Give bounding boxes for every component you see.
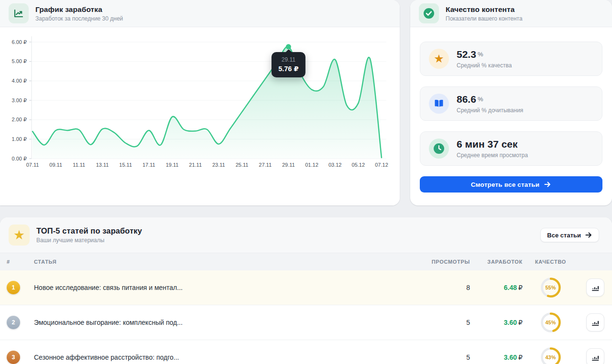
svg-text:3.00 ₽: 3.00 ₽ [12,97,27,103]
views-value: 5 [408,319,470,326]
col-article: СТАТЬЯ [27,259,408,265]
tooltip-value: 5.76 ₽ [278,65,298,73]
content-quality-card: Качество контента Показатели вашего конт… [410,0,612,205]
svg-text:29.11: 29.11 [282,162,295,168]
svg-text:13.11: 13.11 [96,162,109,168]
quality-title: Качество контента [446,5,523,14]
quality-subtitle: Показатели вашего контента [446,15,523,22]
trending-chart-icon [9,3,29,23]
svg-text:09.11: 09.11 [49,162,62,168]
stat-avg-quality: ★ 52.3% Средний % качества [420,42,602,76]
earnings-value: 3.60₽ [470,353,523,361]
top-articles-header: ★ ТОП-5 статей по заработку Ваши лучшие … [0,217,612,253]
rank-badge: 2 [7,316,20,329]
top-articles-subtitle: Ваши лучшие материалы [36,237,142,244]
article-stats-button[interactable] [586,313,604,332]
avg-view-time-value: 6 мин 37 сек [457,139,518,150]
avg-read-label: Средний % дочитывания [457,107,523,114]
earnings-area-chart: 0.00 ₽1.00 ₽2.00 ₽3.00 ₽4.00 ₽5.00 ₽6.00… [0,27,400,205]
table-row[interactable]: 2 Эмоциональное выгорание: комплексный п… [0,305,612,340]
svg-text:01.12: 01.12 [305,162,318,168]
article-title: Сезонное аффективное расстройство: подго… [27,353,408,361]
avg-view-time-label: Среднее время просмотра [457,152,528,159]
col-quality: КАЧЕСТВО [523,259,579,265]
quality-percent: 55% [540,277,562,299]
rank-badge: 1 [7,281,20,294]
clock-icon [429,139,449,159]
quality-percent: 43% [540,346,562,364]
svg-text:1.00 ₽: 1.00 ₽ [12,136,27,142]
earnings-value: 3.60₽ [470,319,523,326]
avg-quality-suffix: % [478,51,483,58]
svg-text:15.11: 15.11 [119,162,132,168]
star-icon: ★ [429,49,449,69]
stat-avg-view-time: 6 мин 37 сек Среднее время просмотра [420,131,602,166]
col-earnings: ЗАРАБОТОК [470,259,523,265]
svg-text:4.00 ₽: 4.00 ₽ [12,78,27,84]
svg-text:2.00 ₽: 2.00 ₽ [12,117,27,122]
svg-text:17.11: 17.11 [142,162,155,168]
arrow-right-icon [544,181,551,188]
quality-card-body: ★ 52.3% Средний % качества [410,27,612,202]
quality-ring: 45% [540,311,562,333]
top-articles-title: ТОП-5 статей по заработку [36,226,142,236]
svg-text:19.11: 19.11 [166,162,179,168]
table-header-row: # СТАТЬЯ ПРОСМОТРЫ ЗАРАБОТОК КАЧЕСТВО [0,253,612,270]
col-rank: # [0,259,27,265]
svg-text:6.00 ₽: 6.00 ₽ [12,39,27,45]
avg-quality-label: Средний % качества [457,62,512,69]
book-icon [429,94,449,114]
quality-ring: 55% [540,277,562,299]
table-row[interactable]: 3 Сезонное аффективное расстройство: под… [0,340,612,364]
svg-text:23.11: 23.11 [212,162,225,168]
article-stats-button[interactable] [586,278,604,297]
views-value: 5 [408,353,470,361]
article-title: Эмоциональное выгорание: комплексный под… [27,319,408,326]
check-circle-icon [419,3,439,23]
quality-ring: 43% [540,346,562,364]
svg-text:05.12: 05.12 [352,162,365,168]
arrow-right-icon [585,231,592,239]
table-body: 1 Новое исследование: связь питания и ме… [0,270,612,364]
table-row[interactable]: 1 Новое исследование: связь питания и ме… [0,270,612,305]
earnings-chart-card: График заработка Заработок за последние … [0,0,400,205]
gold-star-icon: ★ [9,225,30,246]
article-stats-button[interactable] [586,348,604,364]
svg-text:11.11: 11.11 [73,162,85,168]
stat-avg-read: 86.6% Средний % дочитывания [420,86,602,121]
view-all-articles-button[interactable]: Смотреть все статьи [420,176,602,193]
article-title: Новое исследование: связь питания и мент… [27,284,408,291]
bar-chart-icon [590,353,600,362]
earnings-title: График заработка [35,5,123,14]
tooltip-date: 29.11 [278,56,298,63]
top-articles-card: ★ ТОП-5 статей по заработку Ваши лучшие … [0,217,612,364]
svg-text:0.00 ₽: 0.00 ₽ [12,156,27,161]
earnings-value: 6.48₽ [470,284,523,291]
views-value: 8 [408,284,470,291]
col-views: ПРОСМОТРЫ [408,259,470,265]
earnings-card-header: График заработка Заработок за последние … [0,0,400,27]
svg-text:25.11: 25.11 [236,162,249,168]
bar-chart-icon [590,318,600,327]
svg-text:5.00 ₽: 5.00 ₽ [12,58,27,64]
earnings-subtitle: Заработок за последние 30 дней [35,15,123,22]
quality-card-header: Качество контента Показатели вашего конт… [410,0,612,27]
svg-text:07.12: 07.12 [375,162,388,168]
avg-read-suffix: % [478,96,483,103]
svg-text:21.11: 21.11 [189,162,202,168]
top-row: График заработка Заработок за последние … [0,0,612,205]
rank-badge: 3 [7,351,20,364]
svg-text:03.12: 03.12 [328,162,342,168]
chart-tooltip: 29.11 5.76 ₽ [272,52,305,77]
avg-read-value: 86.6 [457,94,476,105]
quality-percent: 45% [540,311,562,333]
svg-text:27.11: 27.11 [259,162,272,168]
earnings-chart: 0.00 ₽1.00 ₽2.00 ₽3.00 ₽4.00 ₽5.00 ₽6.00… [0,27,400,205]
svg-text:07.11: 07.11 [26,162,39,168]
avg-quality-value: 52.3 [457,49,476,60]
all-articles-button[interactable]: Все статьи [540,228,599,242]
bar-chart-icon [590,283,600,292]
